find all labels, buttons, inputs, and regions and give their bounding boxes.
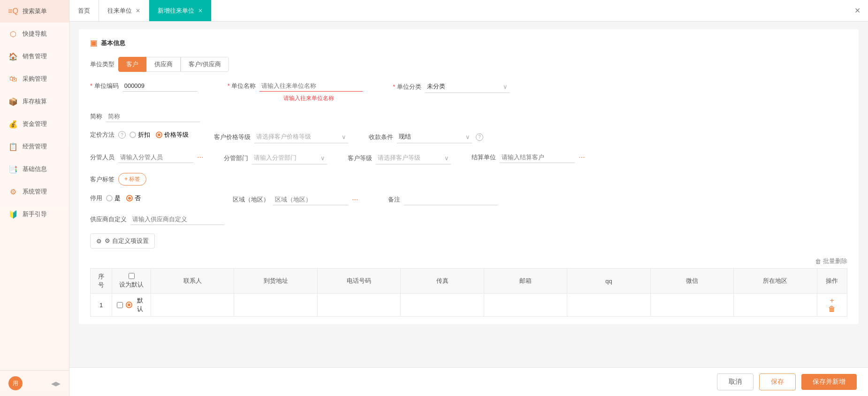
add-row-button[interactable]: +	[828, 296, 836, 305]
col-seq: 序号	[91, 269, 112, 294]
payment-terms-select[interactable]: 现结 ∨	[397, 131, 472, 143]
remark-group: 备注	[388, 194, 498, 205]
customer-level-select[interactable]: 请选择客户等级 ∨	[376, 152, 451, 164]
custom-settings-button[interactable]: ⚙ ⚙ 自定义项设置	[90, 233, 155, 248]
sidebar-item-finance[interactable]: 💰 资金管理	[0, 113, 69, 135]
wechat-input[interactable]	[655, 302, 729, 309]
region-more-icon[interactable]: ···	[352, 195, 358, 204]
expand-icon[interactable]: ◀▶	[51, 380, 61, 387]
add-tag-button[interactable]: + 标签	[118, 173, 146, 186]
radio-default-circle	[126, 302, 132, 308]
region-table-input[interactable]	[739, 302, 812, 309]
row-phone[interactable]	[317, 294, 400, 317]
customer-tag-label: 客户标签	[90, 175, 114, 184]
short-name-group: 简称	[90, 111, 200, 122]
supplier-custom-input[interactable]	[130, 214, 224, 225]
delete-row-button[interactable]: 🗑	[826, 305, 838, 313]
tab-partners[interactable]: 往来单位 ✕	[99, 0, 149, 21]
tab-new-partner-close[interactable]: ✕	[198, 8, 203, 14]
disabled-radio-group: 是 否	[106, 194, 141, 202]
col-qq: qq	[567, 269, 651, 294]
row-contact[interactable]	[151, 294, 234, 317]
unit-code-input[interactable]	[122, 80, 198, 92]
pricing-row: 定价方法 ? 折扣 价格等级 客户价格等级	[90, 131, 847, 143]
sidebar-item-search[interactable]: ≡Q 搜索菜单	[0, 0, 69, 23]
row-email[interactable]	[484, 294, 567, 317]
table-header-row: 序号 设为默认 联系人 到货地址 电话号码 传真 邮箱 qq 微信	[91, 269, 847, 294]
select-all-checkbox[interactable]	[129, 273, 135, 279]
customer-price-level-select[interactable]: 请选择客户价格等级 ∨	[254, 131, 348, 143]
unit-name-inline: 单位名称	[228, 80, 363, 92]
chevron-down-icon: ∨	[503, 83, 508, 90]
type-btn-both[interactable]: 客户/供应商	[181, 57, 229, 72]
supplier-custom-row: 供应商自定义	[90, 214, 847, 225]
close-all-tabs[interactable]: ✕	[847, 6, 868, 15]
type-btn-supplier[interactable]: 供应商	[146, 57, 181, 72]
phone-input[interactable]	[322, 302, 396, 309]
radio-price-level[interactable]: 价格等级	[156, 131, 189, 139]
customer-tag-row: 客户标签 + 标签	[90, 173, 847, 186]
operations-icon: 📋	[8, 142, 18, 151]
row-action: + 🗑	[817, 294, 847, 317]
payment-help-icon[interactable]: ?	[476, 133, 483, 141]
sidebar-item-basic-info[interactable]: 📑 基础信息	[0, 158, 69, 180]
chevron-down-icon5: ∨	[444, 155, 449, 162]
batch-delete-button[interactable]: 🗑 批量删除	[815, 257, 847, 265]
radio-no[interactable]: 否	[126, 194, 141, 202]
sidebar-item-purchase[interactable]: 🛍 采购管理	[0, 68, 69, 90]
row-fax[interactable]	[401, 294, 484, 317]
row-qq[interactable]	[567, 294, 651, 317]
email-input[interactable]	[489, 302, 562, 309]
settlement-unit-input[interactable]	[500, 152, 575, 163]
settlement-more-icon[interactable]: ···	[579, 153, 585, 162]
supervisor-more-icon[interactable]: ···	[197, 153, 203, 162]
radio-yes[interactable]: 是	[106, 194, 121, 202]
row-default-radio[interactable]: 默认	[126, 296, 146, 313]
type-btn-customer[interactable]: 客户	[118, 57, 146, 72]
remark-label: 备注	[388, 195, 400, 204]
unit-category-select[interactable]: 未分类 ∨	[425, 80, 510, 93]
cancel-button[interactable]: 取消	[717, 373, 754, 390]
address-input[interactable]	[239, 302, 312, 309]
row-wechat[interactable]	[650, 294, 733, 317]
sidebar: ≡Q 搜索菜单 ⬡ 快捷导航 🏠 销售管理 🛍 采购管理 📦 库存核算 💰 资金…	[0, 0, 69, 396]
unit-name-input[interactable]	[259, 80, 363, 92]
tab-home[interactable]: 首页	[69, 0, 99, 21]
sidebar-item-sales[interactable]: 🏠 销售管理	[0, 45, 69, 68]
radio-price-level-circle	[156, 132, 162, 138]
row-address[interactable]	[234, 294, 317, 317]
save-and-new-button[interactable]: 保存并新增	[801, 374, 857, 390]
row-checkbox[interactable]	[117, 302, 123, 308]
sidebar-item-guide[interactable]: 🔰 新手引导	[0, 203, 69, 225]
sidebar-item-operations[interactable]: 📋 经营管理	[0, 135, 69, 158]
radio-discount[interactable]: 折扣	[129, 131, 150, 139]
qq-input[interactable]	[572, 302, 646, 309]
home-icon: ⬡	[8, 29, 18, 39]
remark-input[interactable]	[404, 194, 498, 205]
section-icon: ▣	[90, 39, 97, 47]
pricing-help-icon[interactable]: ?	[118, 131, 126, 139]
save-button[interactable]: 保存	[759, 373, 796, 390]
purchase-icon: 🛍	[8, 74, 18, 84]
sidebar-item-quick-nav[interactable]: ⬡ 快捷导航	[0, 23, 69, 45]
tab-partners-close[interactable]: ✕	[136, 8, 140, 14]
chevron-down-icon2: ∨	[342, 133, 346, 140]
col-email: 邮箱	[484, 269, 567, 294]
unit-code-label: 单位编码	[90, 82, 119, 90]
tab-bar: 首页 往来单位 ✕ 新增往来单位 ✕ ✕	[69, 0, 868, 22]
short-name-input[interactable]	[106, 111, 200, 122]
department-select[interactable]: 请输入分管部门 ∨	[252, 152, 327, 164]
tab-new-partner[interactable]: 新增往来单位 ✕	[149, 0, 212, 21]
region-input[interactable]	[273, 194, 348, 205]
customer-tag-group: 客户标签 + 标签	[90, 173, 193, 186]
col-fax: 传真	[401, 269, 484, 294]
radio-no-circle	[126, 195, 133, 202]
row-default: 默认	[112, 294, 151, 317]
sidebar-item-system[interactable]: ⚙ 系统管理	[0, 180, 69, 203]
row-region[interactable]	[734, 294, 817, 317]
sidebar-item-inventory[interactable]: 📦 库存核算	[0, 90, 69, 113]
sidebar-footer: 用 ◀▶	[0, 370, 69, 396]
supervisor-input[interactable]	[118, 152, 193, 163]
contact-input[interactable]	[156, 302, 229, 309]
fax-input[interactable]	[405, 302, 479, 309]
